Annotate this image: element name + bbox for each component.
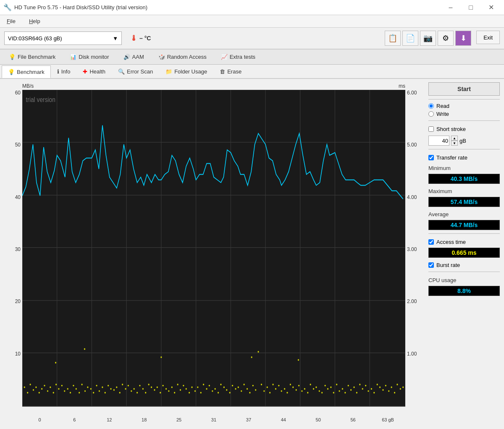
- svg-point-25: [39, 392, 40, 394]
- spinner-up-button[interactable]: ▲: [451, 136, 458, 141]
- svg-point-147: [391, 387, 392, 388]
- tab-extra-tests[interactable]: 📈 Extra tests: [214, 50, 262, 64]
- svg-point-59: [136, 392, 138, 394]
- svg-point-124: [325, 385, 326, 387]
- svg-point-105: [269, 392, 270, 394]
- svg-point-126: [330, 387, 331, 388]
- download-button[interactable]: ⬇: [455, 31, 471, 46]
- write-radio-label[interactable]: Write: [428, 111, 500, 117]
- copy-button[interactable]: 📋: [385, 31, 401, 46]
- right-panel: Start Read Write Short stroke ▲ ▼ gB: [424, 79, 504, 429]
- access-time-checkbox-label[interactable]: Access time: [428, 239, 500, 245]
- copy2-button[interactable]: 📄: [402, 31, 418, 46]
- stroke-input-row: ▲ ▼ gB: [428, 136, 500, 146]
- svg-point-123: [321, 392, 323, 394]
- transfer-rate-checkbox[interactable]: [428, 155, 434, 160]
- svg-point-50: [110, 388, 111, 390]
- tab-error-scan[interactable]: 🔍 Error Scan: [112, 65, 159, 78]
- svg-point-136: [359, 384, 360, 385]
- divider-1: [428, 99, 500, 99]
- svg-point-44: [93, 392, 94, 394]
- svg-point-36: [70, 392, 71, 394]
- burst-rate-checkbox[interactable]: [428, 262, 434, 268]
- svg-point-122: [319, 390, 320, 392]
- svg-point-24: [35, 387, 37, 388]
- drive-selector[interactable]: VID:03SR64G (63 gB) ▼: [4, 31, 122, 45]
- tab-health[interactable]: ✚ Health: [76, 65, 112, 78]
- tab-erase[interactable]: 🗑 Erase: [213, 65, 248, 78]
- minimize-button[interactable]: –: [441, 1, 460, 14]
- gear-icon: ⚙: [442, 34, 449, 43]
- svg-point-110: [284, 388, 285, 390]
- svg-point-33: [61, 385, 63, 387]
- svg-point-56: [128, 385, 129, 387]
- svg-point-101: [257, 351, 259, 353]
- main-content: MB/s ms 60 50 40 30 20 10: [0, 79, 504, 429]
- tab-disk-monitor[interactable]: 📊 Disk monitor: [63, 50, 116, 64]
- burst-rate-label: Burst rate: [436, 262, 460, 268]
- svg-point-72: [174, 392, 175, 394]
- exit-button[interactable]: Exit: [476, 31, 500, 44]
- svg-point-22: [29, 384, 31, 385]
- maximize-button[interactable]: □: [461, 1, 480, 14]
- svg-point-100: [255, 389, 256, 391]
- extra-tests-icon: 📈: [221, 54, 228, 60]
- svg-point-144: [382, 389, 383, 391]
- svg-point-70: [168, 390, 169, 392]
- stroke-unit: gB: [459, 138, 466, 144]
- svg-point-84: [209, 385, 210, 387]
- svg-point-63: [148, 384, 150, 385]
- svg-point-146: [388, 390, 389, 392]
- svg-point-81: [200, 392, 202, 394]
- svg-point-87: [218, 392, 219, 394]
- tab-benchmark[interactable]: 💡 Benchmark: [2, 65, 51, 78]
- screenshot-button[interactable]: 📷: [420, 31, 436, 46]
- start-button[interactable]: Start: [428, 82, 500, 96]
- svg-point-29: [50, 387, 51, 388]
- tab-file-benchmark[interactable]: 💡 File Benchmark: [2, 50, 63, 64]
- chart-wrapper: 60 50 40 30 20 10: [3, 90, 424, 417]
- svg-point-116: [301, 390, 302, 392]
- svg-point-138: [365, 385, 366, 387]
- chart-svg: trial version: [22, 90, 405, 417]
- burst-rate-checkbox-label[interactable]: Burst rate: [428, 262, 500, 268]
- svg-point-131: [344, 392, 346, 394]
- svg-point-121: [315, 387, 317, 388]
- disk-monitor-icon: 📊: [70, 54, 76, 60]
- tab-folder-usage[interactable]: 📁 Folder Usage: [159, 65, 213, 78]
- camera-icon: 📷: [423, 34, 433, 43]
- tab-aam[interactable]: 🔊 AAM: [116, 50, 151, 64]
- access-time-checkbox[interactable]: [428, 239, 434, 245]
- info-icon: ℹ: [57, 68, 59, 75]
- menu-help[interactable]: Help: [26, 16, 44, 26]
- svg-point-21: [27, 392, 28, 394]
- svg-point-43: [90, 388, 92, 390]
- maximum-value: 57.4 MB/s: [428, 197, 500, 207]
- svg-point-62: [145, 392, 146, 394]
- tab-info[interactable]: ℹ Info: [51, 65, 77, 78]
- svg-point-135: [356, 392, 357, 394]
- svg-point-37: [73, 385, 74, 387]
- svg-point-71: [171, 387, 173, 388]
- spinner-down-button[interactable]: ▼: [451, 141, 458, 146]
- access-time-value: 0.665 ms: [428, 248, 500, 258]
- access-time-label: Access time: [436, 239, 466, 245]
- svg-point-107: [275, 388, 276, 390]
- read-radio-label[interactable]: Read: [428, 103, 500, 109]
- svg-point-65: [154, 389, 155, 391]
- short-stroke-checkbox-label[interactable]: Short stroke: [428, 126, 500, 132]
- short-stroke-checkbox[interactable]: [428, 126, 434, 132]
- settings-button[interactable]: ⚙: [438, 31, 454, 46]
- tab-random-access[interactable]: 🎲 Random Access: [151, 50, 214, 64]
- average-label: Average: [428, 211, 500, 217]
- svg-point-155: [298, 359, 299, 361]
- svg-point-48: [105, 392, 106, 394]
- transfer-rate-checkbox-label[interactable]: Transfer rate: [428, 154, 500, 161]
- svg-point-20: [24, 387, 25, 388]
- close-button[interactable]: ✕: [481, 1, 501, 14]
- stroke-value-input[interactable]: [428, 136, 449, 146]
- read-radio[interactable]: [428, 103, 434, 109]
- menu-file[interactable]: File: [3, 16, 19, 26]
- write-radio[interactable]: [428, 111, 434, 117]
- svg-point-61: [142, 388, 144, 390]
